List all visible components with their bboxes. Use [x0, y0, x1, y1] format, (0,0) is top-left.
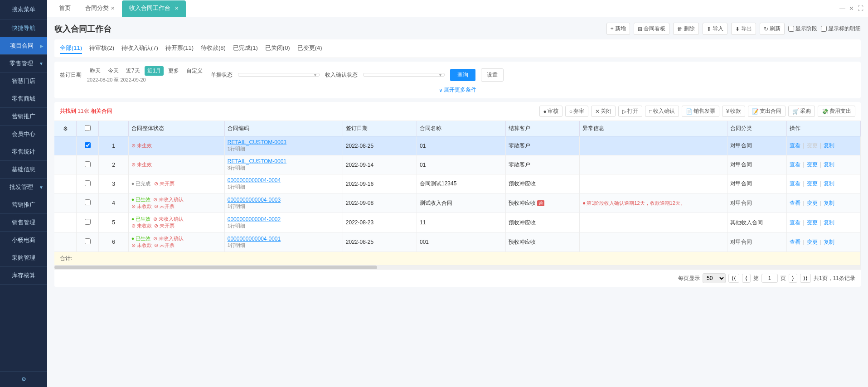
- view-link-3[interactable]: 查看: [790, 180, 800, 187]
- date-btn-yesterday[interactable]: 昨天: [87, 66, 103, 76]
- change-link-3[interactable]: 变更: [807, 180, 818, 187]
- row3-checkbox[interactable]: [85, 180, 91, 186]
- sidebar-item-retail-stats[interactable]: 零售统计: [0, 143, 47, 161]
- sidebar-item-xiaowei[interactable]: 小畅电商: [0, 232, 47, 249]
- tab-income-workbench[interactable]: 收入合同工作台 ✕: [122, 0, 186, 17]
- scrollbar-thumb[interactable]: [54, 266, 377, 269]
- last-page-btn[interactable]: ⟩⟩: [800, 274, 811, 283]
- tab-home[interactable]: 首页: [52, 0, 78, 17]
- prev-page-btn[interactable]: ⟨: [742, 274, 751, 283]
- sales-invoice-button[interactable]: 📄 销售发票: [682, 106, 719, 117]
- change-link-4[interactable]: 变更: [807, 200, 818, 206]
- filter-tab-closed[interactable]: 已关闭(0): [265, 43, 290, 54]
- sidebar-quick-nav[interactable]: 快捷导航: [0, 19, 47, 37]
- doc-status-select[interactable]: [238, 73, 320, 77]
- contract-link-1[interactable]: RETAIL_CUSTOM-0003: [228, 139, 286, 145]
- sidebar-item-purchase[interactable]: 采购管理: [0, 249, 47, 267]
- filter-tab-all[interactable]: 全部(11): [60, 43, 82, 54]
- abandon-button[interactable]: ○ 弃审: [565, 106, 588, 117]
- row4-checkbox[interactable]: [85, 199, 91, 205]
- row2-checkbox[interactable]: [85, 161, 91, 167]
- row1-checkbox[interactable]: [85, 142, 91, 148]
- select-all-checkbox[interactable]: [85, 125, 91, 131]
- collect-button[interactable]: ¥ 收款: [722, 106, 745, 117]
- row5-checkbox[interactable]: [85, 219, 91, 225]
- show-detail-checkbox[interactable]: [821, 26, 827, 32]
- change-link-6[interactable]: 变更: [807, 239, 818, 245]
- change-link-5[interactable]: 变更: [807, 219, 818, 226]
- sidebar-item-retail-mgmt[interactable]: 零售管理 ▼: [0, 55, 47, 73]
- row6-checkbox[interactable]: [85, 238, 91, 244]
- search-button[interactable]: 查询: [450, 69, 475, 81]
- view-link-5[interactable]: 查看: [790, 219, 800, 226]
- filter-tab-pending-review[interactable]: 待审核(2): [89, 43, 114, 54]
- tab-maximize-icon[interactable]: ⛶: [858, 5, 863, 12]
- date-btn-today[interactable]: 今天: [105, 66, 121, 76]
- income-confirm-select[interactable]: [363, 73, 445, 77]
- next-page-btn[interactable]: ⟩: [789, 274, 797, 283]
- contract-link-5[interactable]: 0000000000004-0002: [228, 216, 281, 223]
- sidebar-item-retail-mall[interactable]: 零售商城: [0, 90, 47, 108]
- view-link-6[interactable]: 查看: [790, 239, 800, 245]
- income-confirm-button[interactable]: □ 收入确认: [645, 106, 679, 117]
- view-link-4[interactable]: 查看: [790, 200, 800, 206]
- view-link-2[interactable]: 查看: [790, 161, 800, 168]
- contract-link-2[interactable]: RETAIL_CUSTOM-0001: [228, 158, 286, 164]
- horizontal-scrollbar[interactable]: [54, 266, 861, 269]
- setting-button[interactable]: 设置: [481, 68, 504, 82]
- change-link-1[interactable]: 变更: [807, 142, 818, 149]
- first-page-btn[interactable]: ⟨⟨: [728, 274, 739, 283]
- expense-out-button[interactable]: 💸 费用支出: [818, 106, 855, 117]
- sidebar-item-sales-mgmt[interactable]: 销售管理: [0, 214, 47, 232]
- sidebar-item-project[interactable]: 项目合同 ▶: [0, 37, 47, 55]
- review-button[interactable]: ● 审核: [539, 106, 563, 117]
- new-button[interactable]: + 新增: [606, 23, 630, 35]
- sidebar-search[interactable]: 搜索菜单: [0, 0, 47, 19]
- page-size-select[interactable]: 50 10 20 100: [703, 273, 726, 283]
- export-button[interactable]: ⬇ 导出: [731, 23, 756, 35]
- contract-link-3[interactable]: 0000000000004-0004: [228, 177, 281, 184]
- tab-contract-cat-close[interactable]: ✕: [111, 5, 115, 11]
- filter-tab-completed[interactable]: 已完成(1): [233, 43, 258, 54]
- filter-tab-changed[interactable]: 已变更(4): [297, 43, 322, 54]
- tab-contract-cat[interactable]: 合同分类 ✕: [78, 0, 122, 17]
- show-stage-checkbox[interactable]: [788, 26, 794, 32]
- tab-close-icon[interactable]: ✕: [849, 5, 854, 12]
- sidebar-item-marketing2[interactable]: 营销推广: [0, 196, 47, 214]
- open-button[interactable]: ▷ 打开: [618, 106, 642, 117]
- contract-link-6[interactable]: 0000000000004-0001: [228, 236, 281, 242]
- change-link-2[interactable]: 变更: [807, 161, 818, 168]
- col-settings[interactable]: ⚙: [54, 121, 77, 136]
- sidebar-settings[interactable]: ⚙: [0, 371, 47, 387]
- copy-link-1[interactable]: 复制: [824, 142, 834, 149]
- page-input[interactable]: [761, 274, 778, 283]
- sidebar-item-base-info[interactable]: 基础信息: [0, 161, 47, 179]
- tab-income-workbench-close[interactable]: ✕: [175, 5, 179, 11]
- view-link-1[interactable]: 查看: [790, 142, 800, 149]
- sidebar-item-batch-mgmt[interactable]: 批发管理 ▼: [0, 179, 47, 196]
- filter-tab-pending-confirm[interactable]: 待收入确认(7): [121, 43, 158, 54]
- expand-conditions-btn[interactable]: ∨ 展开更多条件: [439, 86, 476, 94]
- delete-button[interactable]: 🗑 删除: [673, 23, 699, 35]
- tab-minimize-icon[interactable]: —: [839, 5, 845, 12]
- copy-link-5[interactable]: 复制: [824, 219, 834, 226]
- date-btn-1month[interactable]: 近1月: [145, 66, 164, 76]
- copy-link-6[interactable]: 复制: [824, 239, 834, 245]
- sidebar-item-marketing1[interactable]: 营销推广: [0, 108, 47, 126]
- date-btn-custom[interactable]: 自定义: [184, 66, 205, 76]
- filter-tab-pending-collect[interactable]: 待收款(8): [201, 43, 226, 54]
- sidebar-item-smart-store[interactable]: 智慧门店: [0, 73, 47, 90]
- contract-link-4[interactable]: 0000000000004-0003: [228, 197, 281, 203]
- kanban-button[interactable]: ⊞ 合同看板: [634, 23, 669, 35]
- filter-tab-pending-invoice[interactable]: 待开票(11): [165, 43, 194, 54]
- import-button[interactable]: ⬆ 导入: [703, 23, 727, 35]
- sidebar-item-inventory[interactable]: 库存核算: [0, 267, 47, 285]
- date-btn-more[interactable]: 更多: [165, 66, 182, 76]
- purchase-button[interactable]: 🛒 采购: [788, 106, 815, 117]
- copy-link-4[interactable]: 复制: [824, 200, 834, 206]
- out-contract-button[interactable]: 📝 支出合同: [748, 106, 786, 117]
- refresh-button[interactable]: ↻ 刷新: [760, 23, 785, 35]
- date-btn-7days[interactable]: 近7天: [123, 66, 143, 76]
- copy-link-3[interactable]: 复制: [824, 180, 834, 187]
- sidebar-item-member[interactable]: 会员中心: [0, 126, 47, 143]
